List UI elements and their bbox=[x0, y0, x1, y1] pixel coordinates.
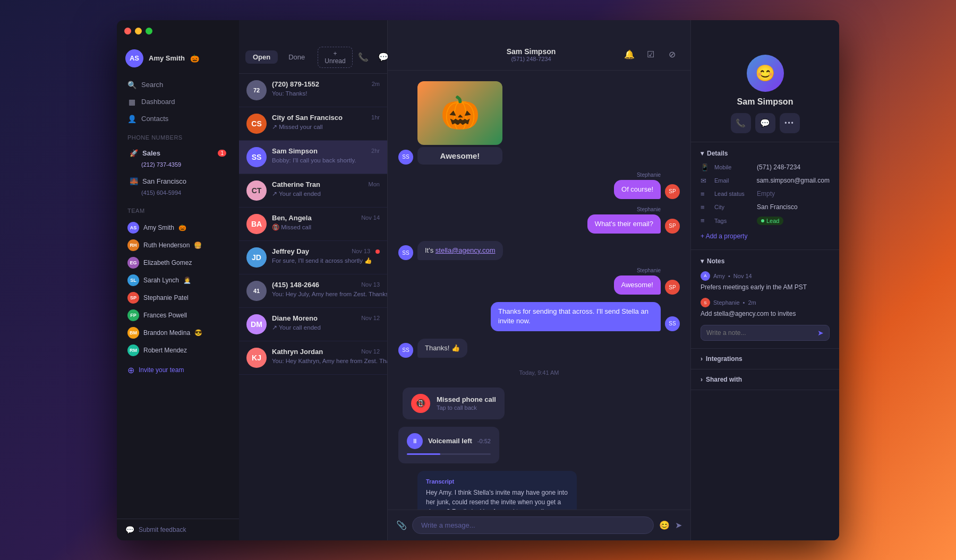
mobile-icon: 📱 bbox=[701, 163, 709, 171]
submit-feedback[interactable]: 💬 Submit feedback bbox=[117, 519, 239, 540]
team-member-stephanie[interactable]: SP Stephanie Patel bbox=[122, 289, 234, 306]
brandon-avatar: BM bbox=[127, 327, 139, 339]
conv-item-kathryn[interactable]: KJ Kathryn Jordan Nov 12 You: Hey Kathry… bbox=[239, 341, 387, 375]
msg-image-halloween: 🎃 bbox=[417, 81, 502, 145]
conv-item-sf[interactable]: CS City of San Francisco 1hr ↗ Missed yo… bbox=[239, 107, 387, 141]
invite-icon: ⊕ bbox=[127, 365, 134, 375]
transcript-text: Hey Amy. I think Stella's invite may hav… bbox=[426, 488, 568, 510]
contact-message-button[interactable]: 💬 bbox=[755, 113, 775, 133]
sf-phone: (415) 604-5994 bbox=[130, 189, 181, 196]
email-value: sam.simpson@gmail.com bbox=[756, 177, 830, 184]
note-send-icon[interactable]: ➤ bbox=[817, 329, 824, 337]
note-time-stephanie: 2m bbox=[748, 299, 756, 306]
team-member-robert[interactable]: RM Robert Mendez bbox=[122, 342, 234, 359]
minimize-button[interactable] bbox=[135, 28, 142, 35]
tab-done[interactable]: Done bbox=[281, 50, 312, 64]
detail-city: ≡ City San Francisco bbox=[701, 203, 830, 211]
conv-name-720: (720) 879-1552 bbox=[272, 80, 319, 88]
phone-numbers-label: Phone numbers bbox=[117, 129, 239, 143]
team-member-elizabeth[interactable]: EG Elizabeth Gomez bbox=[122, 254, 234, 271]
team-member-frances[interactable]: FP Frances Powell bbox=[122, 307, 234, 324]
pause-button[interactable]: ⏸ bbox=[407, 433, 423, 449]
unread-button[interactable]: + Unread bbox=[318, 47, 352, 68]
sf-icon: 🌉 bbox=[130, 177, 138, 185]
inbox-san-francisco[interactable]: 🌉 San Francisco (415) 604-5994 bbox=[122, 173, 234, 200]
team-member-sarah[interactable]: SL Sarah Lynch 👩‍💼 bbox=[122, 272, 234, 289]
chat-check-icon[interactable]: ☑ bbox=[643, 47, 659, 63]
stephanie-avatar: SP bbox=[127, 292, 139, 304]
chat-header-center: Sam Simpson (571) 248-7234 bbox=[507, 47, 556, 62]
amy-avatar: AS bbox=[127, 222, 139, 234]
sales-badge: 1 bbox=[218, 150, 226, 157]
close-button[interactable] bbox=[124, 28, 131, 35]
shared-with-chevron-icon: › bbox=[701, 376, 703, 383]
conv-item-sam[interactable]: SS Sam Simpson 2hr Bobby: I'll call you … bbox=[239, 141, 387, 174]
integrations-header: › Integrations bbox=[701, 355, 830, 363]
tab-open[interactable]: Open bbox=[245, 50, 278, 64]
msg-row-ofcourse: SP Stephanie Of course! bbox=[398, 172, 680, 199]
contacts-icon: 👤 bbox=[127, 115, 136, 123]
conv-item-ben[interactable]: BA Ben, Angela Nov 14 📵 Missed call bbox=[239, 208, 387, 241]
add-property-button[interactable]: + Add a property bbox=[701, 230, 830, 242]
chat-slash-icon[interactable]: ⊘ bbox=[664, 47, 680, 63]
attachment-icon[interactable]: 📎 bbox=[396, 520, 407, 530]
chat-input-field[interactable]: Write a mesage... bbox=[412, 516, 654, 534]
conv-item-415[interactable]: 41 (415) 148-2646 Nov 13 You: Hey July, … bbox=[239, 274, 387, 308]
details-section-header[interactable]: ▾ Details bbox=[701, 150, 830, 157]
sidebar-nav: 🔍 Search ▦ Dashboard 👤 Contacts bbox=[117, 75, 239, 129]
contact-more-button[interactable]: ••• bbox=[780, 113, 800, 133]
tag-lead-badge[interactable]: Lead bbox=[757, 217, 783, 225]
conv-item-720[interactable]: 72 (720) 879-1552 2m You: Thanks! bbox=[239, 74, 387, 107]
chat-header: Sam Simpson (571) 248-7234 🔔 ☑ ⊘ bbox=[388, 20, 690, 71]
conv-item-jeffrey[interactable]: JD Jeffrey Day Nov 13 For sure, I'll sen… bbox=[239, 241, 387, 274]
details-chevron-icon: ▾ bbox=[701, 150, 704, 157]
sarah-emoji: 👩‍💼 bbox=[183, 277, 191, 284]
msg-avatar-stephanie1: SP bbox=[665, 184, 680, 199]
contact-phone-button[interactable]: 📞 bbox=[731, 113, 751, 133]
msg-avatar-out1: SS bbox=[665, 316, 680, 331]
chat-bell-icon[interactable]: 🔔 bbox=[621, 47, 637, 63]
stella-email-link[interactable]: stella@agency.com bbox=[436, 246, 496, 254]
team-member-brandon[interactable]: BM Brandon Medina 😎 bbox=[122, 324, 234, 341]
note-input[interactable] bbox=[706, 329, 814, 337]
msg-sender-stephanie1: Stephanie bbox=[637, 172, 661, 178]
conv-item-catherine[interactable]: CT Catherine Tran Mon ↗ Your call ended bbox=[239, 174, 387, 208]
missed-call-card[interactable]: 📵 Missed phone call Tap to call back bbox=[403, 387, 505, 419]
team-member-amy[interactable]: AS Amy Smith 🎃 bbox=[122, 219, 234, 236]
amy-name: Amy Smith bbox=[143, 224, 174, 231]
conv-content-diane: Diane Moreno Nov 12 ↗ Your call ended bbox=[272, 314, 380, 332]
shared-with-header: › Shared with bbox=[701, 376, 830, 383]
frances-name: Frances Powell bbox=[143, 312, 187, 319]
integrations-section[interactable]: › Integrations bbox=[691, 349, 839, 369]
lead-status-value: Empty bbox=[757, 190, 830, 197]
tag-value: Lead bbox=[766, 218, 779, 224]
inbox-sales[interactable]: 🚀 Sales 1 (212) 737-4359 bbox=[122, 145, 234, 172]
shared-with-section[interactable]: › Shared with bbox=[691, 369, 839, 390]
conv-content-kathryn: Kathryn Jordan Nov 12 You: Hey Kathryn, … bbox=[272, 348, 380, 365]
conv-item-diane[interactable]: DM Diane Moreno Nov 12 ↗ Your call ended bbox=[239, 308, 387, 341]
sidebar-user[interactable]: AS Amy Smith 🎃 bbox=[117, 44, 239, 75]
conv-time-jeffrey: Nov 13 bbox=[352, 248, 370, 254]
voicemail-card: ⏸ Voicemail left -0:52 bbox=[398, 427, 499, 463]
tags-icon: ≡ bbox=[701, 217, 709, 225]
notes-section-header[interactable]: ▾ Notes bbox=[701, 257, 830, 265]
missed-call-title: Missed phone call bbox=[437, 395, 496, 403]
team-member-ruth[interactable]: RH Ruth Henderson 🍔 bbox=[122, 237, 234, 254]
ruth-name: Ruth Henderson bbox=[143, 242, 190, 249]
emoji-icon[interactable]: 😊 bbox=[659, 520, 670, 530]
detail-tags: ≡ Tags Lead bbox=[701, 217, 830, 225]
brandon-name: Brandon Medina bbox=[143, 329, 190, 337]
team-label: Team bbox=[117, 202, 239, 216]
note-input-row[interactable]: ➤ bbox=[701, 325, 830, 341]
voice-bar[interactable] bbox=[407, 453, 491, 455]
nav-item-search[interactable]: 🔍 Search bbox=[122, 77, 234, 93]
nav-item-contacts[interactable]: 👤 Contacts bbox=[122, 111, 234, 127]
fullscreen-button[interactable] bbox=[146, 28, 152, 35]
invite-team[interactable]: ⊕ Invite your team bbox=[117, 362, 239, 378]
chat-input-bar: 📎 Write a mesage... 😊 ➤ bbox=[388, 510, 690, 540]
nav-item-dashboard[interactable]: ▦ Dashboard bbox=[122, 94, 234, 110]
phone-icon-button[interactable]: 📞 bbox=[356, 50, 371, 65]
dashboard-icon: ▦ bbox=[127, 98, 136, 106]
conv-content-720: (720) 879-1552 2m You: Thanks! bbox=[272, 80, 380, 98]
send-icon[interactable]: ➤ bbox=[675, 520, 682, 530]
